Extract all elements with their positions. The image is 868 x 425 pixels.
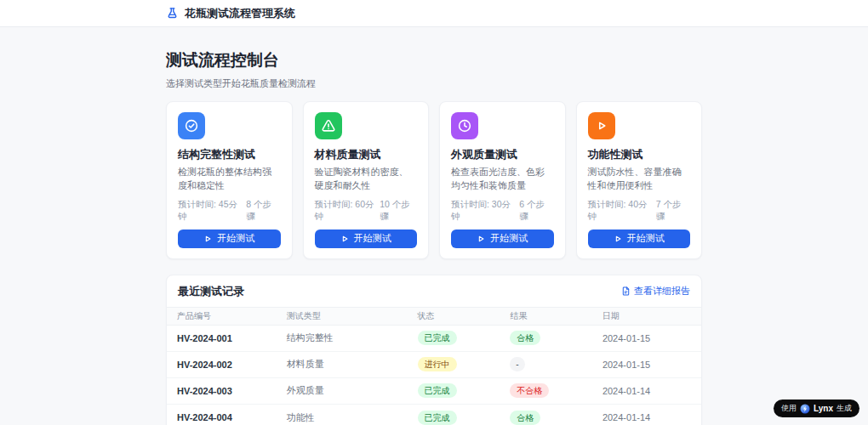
test-type: 材料质量: [277, 358, 408, 371]
status-badge: 进行中: [418, 357, 457, 371]
status-badge: 已完成: [418, 411, 457, 425]
estimated-time: 预计时间: 40分钟: [588, 199, 656, 223]
card-title: 外观质量测试: [451, 147, 517, 162]
table-row: HV-2024-001 结构完整性 已完成 合格 2024-01-15: [167, 326, 701, 352]
table-body: HV-2024-001 结构完整性 已完成 合格 2024-01-15 HV-2…: [167, 326, 701, 425]
clock-icon: [457, 118, 472, 133]
test-date: 2024-01-15: [592, 360, 701, 370]
step-count: 6 个步骤: [519, 199, 553, 223]
lynx-badge-prefix: 使用: [781, 403, 797, 414]
page-subtitle: 选择测试类型开始花瓶质量检测流程: [166, 77, 702, 90]
main-content: 测试流程控制台 选择测试类型开始花瓶质量检测流程 结构完整性测试 检测花瓶的整体…: [166, 49, 702, 425]
card-description: 检测花瓶的整体结构强度和稳定性: [178, 166, 281, 193]
test-card: 结构完整性测试 检测花瓶的整体结构强度和稳定性 预计时间: 45分钟 8 个步骤…: [166, 101, 293, 259]
play-outline-icon: [477, 235, 485, 243]
test-date: 2024-01-15: [592, 333, 701, 343]
card-meta: 预计时间: 40分钟 7 个步骤: [588, 199, 691, 223]
table-row: HV-2024-004 功能性 已完成 合格 2024-01-14: [167, 405, 701, 425]
start-test-button[interactable]: 开始测试: [178, 230, 281, 248]
status-badge: 已完成: [418, 383, 457, 398]
play-icon-tile: [588, 112, 615, 139]
play-icon: [594, 118, 609, 133]
test-card: 功能性测试 测试防水性、容量准确性和使用便利性 预计时间: 40分钟 7 个步骤…: [576, 101, 703, 259]
check-circle-icon: [184, 118, 199, 133]
product-id: HV-2024-003: [167, 386, 277, 396]
column-header: 测试类型: [277, 310, 408, 322]
start-test-label: 开始测试: [627, 232, 665, 245]
test-type: 结构完整性: [277, 332, 408, 344]
card-meta: 预计时间: 45分钟 8 个步骤: [178, 199, 281, 223]
test-type: 外观质量: [277, 384, 408, 397]
card-meta: 预计时间: 30分钟 6 个步骤: [451, 199, 554, 223]
card-meta: 预计时间: 60分钟 10 个步骤: [315, 199, 418, 223]
view-report-link[interactable]: 查看详细报告: [621, 285, 690, 298]
step-count: 10 个步骤: [380, 199, 417, 223]
start-test-label: 开始测试: [490, 232, 528, 245]
product-id: HV-2024-004: [167, 412, 277, 422]
lynx-generated-badge[interactable]: 使用 Lynx 生成: [774, 400, 859, 417]
card-description: 验证陶瓷材料的密度、硬度和耐久性: [315, 166, 418, 193]
card-title: 结构完整性测试: [178, 147, 255, 162]
result-badge: 不合格: [510, 383, 549, 398]
table-header-row: 产品编号测试类型状态结果日期: [167, 307, 701, 326]
app-title: 花瓶测试流程管理系统: [185, 6, 295, 21]
clock-icon-tile: [451, 112, 478, 139]
estimated-time: 预计时间: 30分钟: [451, 199, 519, 223]
start-test-button[interactable]: 开始测试: [451, 230, 554, 248]
flask-icon: [166, 7, 179, 20]
play-outline-icon: [203, 235, 212, 243]
start-test-button[interactable]: 开始测试: [588, 230, 691, 248]
card-description: 检查表面光洁度、色彩均匀性和装饰质量: [451, 166, 554, 193]
step-count: 8 个步骤: [246, 199, 280, 223]
start-test-label: 开始测试: [354, 232, 391, 245]
start-test-button[interactable]: 开始测试: [315, 230, 418, 248]
product-id: HV-2024-002: [167, 360, 277, 370]
card-description: 测试防水性、容量准确性和使用便利性: [588, 166, 691, 193]
page-title: 测试流程控制台: [166, 49, 702, 71]
lynx-badge-brand: Lynx: [814, 404, 833, 413]
step-count: 7 个步骤: [656, 199, 690, 223]
warning-triangle-icon: [321, 118, 336, 133]
column-header: 日期: [592, 310, 701, 322]
view-report-label: 查看详细报告: [634, 285, 690, 298]
result-badge: 合格: [510, 331, 540, 345]
status-badge: 已完成: [418, 331, 457, 345]
test-date: 2024-01-14: [592, 412, 701, 422]
play-outline-icon: [340, 235, 349, 243]
start-test-label: 开始测试: [217, 232, 254, 245]
result-badge: 合格: [510, 411, 540, 425]
check-circle-icon-tile: [178, 112, 205, 139]
play-outline-icon: [614, 235, 622, 243]
app-header: 花瓶测试流程管理系统: [0, 0, 868, 27]
column-header: 产品编号: [167, 310, 277, 322]
recent-records-panel: 最近测试记录 查看详细报告 产品编号测试类型状态结果日期 HV-2024-001…: [166, 275, 702, 425]
test-card: 材料质量测试 验证陶瓷材料的密度、硬度和耐久性 预计时间: 60分钟 10 个步…: [303, 101, 430, 259]
lynx-logo-icon: [800, 404, 810, 414]
test-type-cards: 结构完整性测试 检测花瓶的整体结构强度和稳定性 预计时间: 45分钟 8 个步骤…: [166, 101, 702, 259]
warning-triangle-icon-tile: [315, 112, 342, 139]
document-icon: [621, 286, 631, 296]
test-card: 外观质量测试 检查表面光洁度、色彩均匀性和装饰质量 预计时间: 30分钟 6 个…: [439, 101, 566, 259]
card-title: 材料质量测试: [315, 147, 381, 162]
lynx-badge-suffix: 生成: [837, 403, 852, 414]
column-header: 结果: [500, 310, 592, 322]
table-row: HV-2024-003 外观质量 已完成 不合格 2024-01-14: [167, 378, 701, 405]
result-badge: -: [510, 357, 524, 371]
table-row: HV-2024-002 材料质量 进行中 - 2024-01-15: [167, 352, 701, 378]
estimated-time: 预计时间: 45分钟: [178, 199, 246, 223]
records-title: 最近测试记录: [178, 284, 244, 299]
card-title: 功能性测试: [588, 147, 643, 162]
test-date: 2024-01-14: [592, 386, 701, 396]
column-header: 状态: [408, 310, 500, 322]
estimated-time: 预计时间: 60分钟: [315, 199, 380, 223]
product-id: HV-2024-001: [167, 333, 277, 343]
test-type: 功能性: [277, 411, 408, 424]
